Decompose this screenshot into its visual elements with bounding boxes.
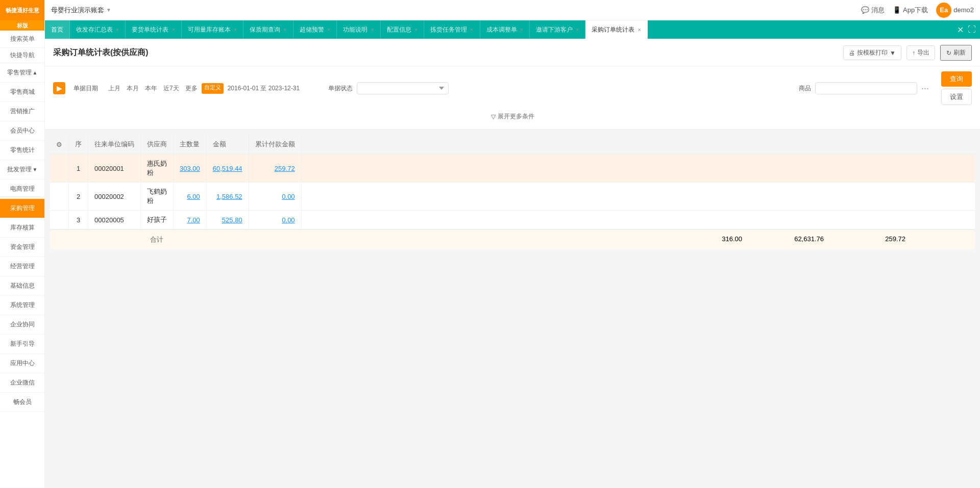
table-row: 3 00020005 好孩子 7.00 525.80 0.00 [50, 211, 975, 229]
cell-num: 2 [69, 183, 88, 211]
tab-restore-icon[interactable]: ✕ [957, 25, 964, 35]
tab-invite-downstream-close[interactable]: × [576, 27, 579, 33]
date-shortcut-this-year[interactable]: 本年 [143, 83, 159, 94]
date-shortcut-last-month[interactable]: 上月 [106, 83, 122, 94]
sidebar: 畅捷通好生意 标版 搜索英单 快捷导航 零售管理 ▲ 零售商城 营销推广 会员中… [0, 0, 45, 488]
tab-config[interactable]: 配置信息 × [381, 20, 424, 39]
amount-link[interactable]: 60,519.44 [213, 165, 242, 172]
sidebar-item-appcenter[interactable]: 应用中心 [0, 354, 44, 373]
status-filter-select[interactable] [357, 82, 449, 94]
tab-inventory-ledger-label: 可用量库存账本 [188, 25, 231, 34]
settings-button[interactable]: 设置 [941, 89, 972, 105]
tab-picking-close[interactable]: × [470, 27, 473, 33]
cell-settings [50, 211, 69, 229]
qty-link[interactable]: 7.00 [187, 216, 200, 224]
amount-link[interactable]: 525.80 [222, 216, 242, 224]
tab-purchase-summary-label: 采购订单统计表 [592, 25, 634, 34]
sidebar-item-inventory[interactable]: 库存核算 [0, 218, 44, 238]
sidebar-item-search[interactable]: 搜索英单 [0, 31, 44, 48]
cell-empty [301, 183, 975, 211]
members-label: 会员中心 [10, 127, 35, 134]
tab-inventory-ledger[interactable]: 可用量库存账本 × [182, 20, 243, 39]
workspace-selector[interactable]: 母婴行业演示账套 ▼ [51, 6, 111, 15]
goods-filter-more[interactable]: ··· [921, 83, 929, 94]
query-button[interactable]: 查询 [941, 71, 972, 87]
tab-function-desc[interactable]: 功能说明 × [337, 20, 380, 39]
app-download-button[interactable]: 📱 App下载 [893, 6, 928, 15]
inventory-label: 库存核算 [10, 224, 35, 231]
expand-more-button[interactable]: ▽ 展开更多条件 [491, 112, 534, 121]
tab-picking[interactable]: 拣货任务管理 × [424, 20, 480, 39]
filter-row-main: ▶ 单据日期 上月 本月 本年 近7天 更多 自定义 2016-01-01 至 … [53, 71, 972, 105]
user-profile[interactable]: Ea demo2 [936, 3, 974, 18]
message-button[interactable]: 💬 消息 [861, 6, 885, 15]
qty-link[interactable]: 6.00 [187, 193, 200, 200]
sidebar-item-retail-shop[interactable]: 零售商城 [0, 83, 44, 102]
footer-qty: 316.00 [701, 235, 742, 244]
tab-cost-adjust-label: 成本调整单 [486, 25, 517, 34]
tab-config-close[interactable]: × [414, 27, 418, 33]
sidebar-item-newguide[interactable]: 新手引导 [0, 335, 44, 354]
paid-link[interactable]: 0.00 [282, 193, 295, 200]
paid-link[interactable]: 0.00 [282, 216, 295, 224]
tab-function-desc-close[interactable]: × [371, 27, 374, 33]
sidebar-item-basic[interactable]: 基础信息 [0, 276, 44, 296]
cell-code: 00020002 [88, 183, 141, 211]
tab-bar: 首页 收发存汇总表 × 要货单统计表 × 可用量库存账本 × 保质期查询 × 超… [45, 20, 980, 39]
table-area: ⚙ 序 往来单位编码 供应商 主数量 [50, 135, 975, 249]
tab-cost-adjust[interactable]: 成本调整单 × [480, 20, 530, 39]
cell-supplier: 飞鹤奶粉 [141, 183, 174, 211]
tab-warranty[interactable]: 保质期查询 × [243, 20, 293, 39]
tab-receivable[interactable]: 收发存汇总表 × [70, 20, 126, 39]
export-button[interactable]: ↑ 导出 [906, 45, 935, 60]
sidebar-item-system[interactable]: 系统管理 [0, 296, 44, 315]
cell-num: 3 [69, 211, 88, 229]
tab-purchase-stats[interactable]: 要货单统计表 × [126, 20, 181, 39]
sidebar-item-retail[interactable]: 零售管理 ▲ [0, 63, 44, 83]
date-shortcut-7days[interactable]: 近7天 [161, 83, 181, 94]
date-custom-badge[interactable]: 自定义 [202, 83, 224, 94]
sidebar-item-quicknav[interactable]: 快捷导航 [0, 48, 44, 63]
date-shortcut-this-month[interactable]: 本月 [125, 83, 141, 94]
print-icon: 🖨 [849, 49, 855, 57]
tab-purchase-summary-close[interactable]: × [638, 27, 641, 33]
tab-picking-label: 拣货任务管理 [430, 25, 467, 34]
th-settings[interactable]: ⚙ [50, 135, 69, 155]
sidebar-item-wholesale[interactable]: 批发管理 ▼ [0, 160, 44, 179]
filter-toggle-button[interactable]: ▶ [53, 82, 65, 94]
tab-purchase-stats-close[interactable]: × [172, 27, 175, 33]
tab-warranty-close[interactable]: × [283, 27, 286, 33]
tab-purchase-summary[interactable]: 采购订单统计表 × [585, 20, 647, 39]
wechat-label: 企业微信 [10, 379, 35, 386]
tab-receivable-close[interactable]: × [116, 27, 119, 33]
refresh-button[interactable]: ↻ 刷新 [940, 45, 972, 61]
sidebar-item-enterprise[interactable]: 企业协同 [0, 315, 44, 335]
column-settings-icon[interactable]: ⚙ [56, 141, 62, 148]
tab-expand-icon[interactable]: ⛶ [968, 25, 976, 34]
sidebar-item-operations[interactable]: 经营管理 [0, 257, 44, 276]
tab-inventory-ledger-close[interactable]: × [234, 27, 237, 33]
sidebar-item-wechat[interactable]: 企业微信 [0, 373, 44, 393]
sidebar-item-members[interactable]: 会员中心 [0, 121, 44, 141]
tab-overstock-close[interactable]: × [327, 27, 330, 33]
tab-function-desc-label: 功能说明 [343, 25, 368, 34]
tab-overstock[interactable]: 超储预警 × [293, 20, 337, 39]
goods-filter-group: 商品 ··· [799, 82, 929, 94]
tab-invite-downstream[interactable]: 邀请下游客户 × [530, 20, 585, 39]
sidebar-item-marketing[interactable]: 营销推广 [0, 102, 44, 121]
sidebar-item-retail-stats[interactable]: 零售统计 [0, 141, 44, 160]
amount-link[interactable]: 1,586.52 [216, 193, 242, 200]
sidebar-item-vip[interactable]: 畅会员 [0, 393, 44, 412]
retail-stats-label: 零售统计 [10, 146, 35, 153]
print-template-button[interactable]: 🖨 按模板打印 ▼ [843, 45, 901, 60]
paid-link[interactable]: 259.72 [275, 165, 295, 172]
sidebar-item-purchase[interactable]: 采购管理 [0, 199, 44, 218]
qty-link[interactable]: 303.00 [180, 165, 200, 172]
date-shortcut-more[interactable]: 更多 [183, 83, 200, 94]
sidebar-item-ecommerce[interactable]: 电商管理 [0, 179, 44, 199]
goods-filter-input[interactable] [815, 82, 917, 94]
tab-cost-adjust-close[interactable]: × [520, 27, 523, 33]
tab-home[interactable]: 首页 [45, 20, 70, 39]
sidebar-item-finance[interactable]: 资金管理 [0, 238, 44, 257]
cell-supplier: 惠氏奶粉 [141, 155, 174, 183]
